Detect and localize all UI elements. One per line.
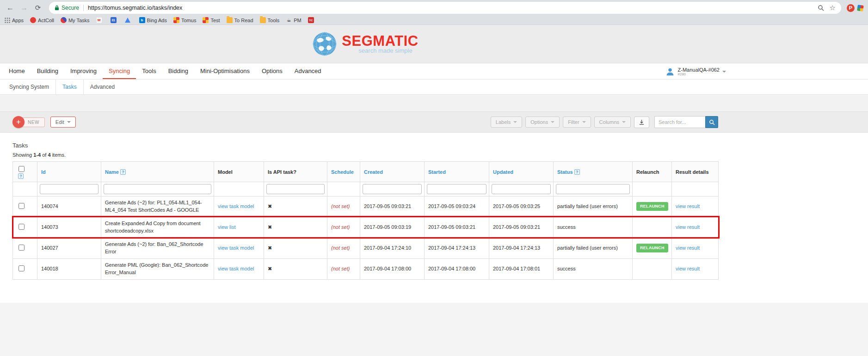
forward-button[interactable]	[18, 2, 30, 13]
sub-nav-item[interactable]: Tasks	[55, 80, 84, 94]
column-header-label[interactable]: Model	[218, 169, 233, 175]
zoom-icon[interactable]	[818, 5, 824, 11]
bookmark-item[interactable]	[308, 17, 316, 23]
chevron-down-icon	[513, 121, 517, 123]
main-nav-item[interactable]: Syncing	[103, 63, 136, 79]
model-link[interactable]: view task model	[218, 245, 254, 251]
back-button[interactable]	[5, 2, 16, 13]
view-result-link[interactable]: view result	[676, 266, 700, 271]
view-result-link[interactable]: view result	[676, 203, 700, 209]
created-cell: 2017-09-05 09:03:21	[360, 196, 425, 217]
bookmark-item[interactable]: ActColl	[30, 17, 54, 23]
bookmark-item[interactable]: Bing Ads	[139, 17, 167, 23]
column-header-label[interactable]: Name	[105, 169, 119, 175]
segmatic-logo[interactable]: SEGMATIC search made simple	[312, 31, 418, 56]
toolbar-dropdown-button[interactable]: Labels	[491, 117, 522, 128]
column-header-label[interactable]: Id	[41, 169, 46, 175]
bookmark-item[interactable]	[96, 17, 104, 23]
sub-nav-item[interactable]: Syncing System	[3, 80, 55, 94]
main-nav-item[interactable]: Options	[256, 63, 289, 79]
search-input[interactable]	[654, 116, 705, 128]
row-checkbox[interactable]	[18, 203, 25, 209]
column-filter-input[interactable]	[492, 184, 551, 194]
extension-p-icon[interactable]: P	[847, 4, 855, 12]
address-bar[interactable]: Secure https://tomus.segmatic.io/tasks/i…	[49, 2, 841, 14]
main-nav-item[interactable]: Building	[31, 63, 64, 79]
relaunch-cell: RELAUNCH	[633, 196, 672, 217]
summary-text: Showing	[12, 152, 32, 158]
bookmark-item[interactable]: Tools	[260, 17, 280, 23]
column-header-label[interactable]: Is API task?	[268, 169, 296, 175]
bookmark-item[interactable]: Tomus	[173, 17, 196, 23]
bookmark-item[interactable]: To Read	[227, 17, 253, 23]
column-filter-input[interactable]	[363, 184, 422, 194]
help-icon[interactable]	[574, 169, 580, 175]
select-all-checkbox[interactable]	[18, 166, 25, 172]
bookmark-label: PM	[294, 18, 302, 23]
model-link[interactable]: view task model	[218, 203, 254, 209]
column-filter-input[interactable]	[104, 184, 211, 194]
relaunch-button[interactable]: RELAUNCH	[636, 202, 668, 211]
column-header-label[interactable]: Status	[557, 169, 573, 175]
bookmark-item[interactable]	[125, 17, 133, 23]
view-result-link[interactable]: view result	[676, 224, 700, 230]
main-nav-item[interactable]: Advanced	[289, 63, 327, 79]
export-download-button[interactable]	[634, 117, 649, 128]
bookmark-item[interactable]: My Tasks	[61, 17, 90, 23]
bookmark-favicon	[5, 18, 10, 23]
main-nav-item[interactable]: Tools	[136, 63, 162, 79]
table-row: 140073 Create Expanded Ad Copy from docu…	[13, 217, 719, 238]
schedule-cell: (not set)	[327, 217, 360, 238]
column-header-label[interactable]: Result details	[676, 169, 709, 175]
bookmark-item[interactable]: Test	[203, 17, 220, 23]
bookmark-star-icon[interactable]	[830, 4, 836, 12]
user-menu[interactable]: Z-ManualQA-#062 #280	[665, 63, 726, 80]
column-filter-input[interactable]	[266, 184, 325, 194]
toolbar-dropdown-button[interactable]: Options	[525, 117, 560, 128]
main-nav-item[interactable]: Mini-Optimisations	[194, 63, 256, 79]
reload-button[interactable]	[32, 2, 43, 13]
main-nav-item[interactable]: Improving	[64, 63, 103, 79]
main-nav-item[interactable]: Home	[3, 63, 31, 79]
bookmark-item[interactable]: PM	[286, 17, 302, 23]
column-filter-input[interactable]	[556, 184, 630, 194]
sub-nav-item[interactable]: Advanced	[84, 80, 121, 94]
column-header-label[interactable]: Started	[428, 169, 446, 175]
toolbar-dropdown-button[interactable]: Filter	[563, 117, 591, 128]
toolbar-dropdown-button[interactable]: Columns	[594, 117, 631, 128]
relaunch-button[interactable]: RELAUNCH	[636, 244, 668, 252]
column-filter-input[interactable]	[427, 184, 486, 194]
row-checkbox[interactable]	[18, 265, 25, 271]
help-icon[interactable]	[18, 173, 24, 179]
bookmark-item[interactable]: Apps	[5, 18, 24, 23]
help-icon[interactable]	[120, 169, 126, 175]
url-text[interactable]: https://tomus.segmatic.io/tasks/index	[88, 5, 818, 11]
task-model-cell: view task model	[214, 196, 264, 217]
model-link[interactable]: view task model	[218, 266, 254, 271]
model-link[interactable]: view list	[218, 224, 236, 230]
chevron-down-icon	[582, 121, 586, 123]
main-nav-item[interactable]: Bidding	[162, 63, 194, 79]
column-header-label[interactable]: Created	[364, 169, 383, 175]
updated-cell: 2017-09-04 17:08:01	[489, 258, 554, 279]
search-button[interactable]	[705, 116, 718, 128]
column-filter-input[interactable]	[40, 184, 98, 194]
bookmark-favicon	[125, 17, 131, 23]
edit-button[interactable]: Edit	[50, 117, 76, 128]
column-header-label[interactable]: Updated	[493, 169, 513, 175]
task-id-cell: 140073	[37, 217, 101, 238]
row-checkbox[interactable]	[18, 224, 25, 230]
extension-pen-icon[interactable]	[857, 5, 864, 12]
schedule-cell: (not set)	[327, 258, 360, 279]
row-checkbox-cell	[13, 217, 37, 238]
view-result-link[interactable]: view result	[676, 245, 700, 251]
is-api-cell: ✖	[264, 217, 327, 238]
row-checkbox[interactable]	[18, 245, 25, 251]
new-task-button[interactable]: NEW	[12, 116, 45, 128]
bookmark-item[interactable]	[111, 17, 118, 23]
column-header-label[interactable]: Relaunch	[636, 169, 659, 175]
sub-nav-item-label: Advanced	[90, 84, 115, 90]
row-checkbox-cell	[13, 238, 37, 258]
toolbar-dropdown-label: Columns	[599, 119, 619, 125]
column-header-label[interactable]: Schedule	[331, 169, 354, 175]
